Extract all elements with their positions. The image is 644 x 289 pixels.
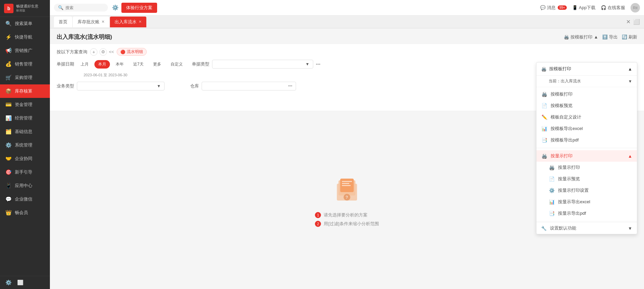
dropdown-item-template-custom[interactable]: ✏️ 模板自定义设计: [536, 111, 637, 123]
warehouse-select[interactable]: •••: [202, 82, 296, 90]
step-num-1: 1: [315, 212, 321, 218]
tab-batch[interactable]: 库存批次账 ✕: [73, 17, 109, 27]
business-type-select[interactable]: ▼: [77, 82, 165, 90]
sidebar-item-basic[interactable]: 🗂️基础信息: [0, 125, 50, 138]
topbar-search-box[interactable]: 🔍: [54, 4, 108, 11]
dropdown-footer[interactable]: 🔧 设置默认功能 ▼: [536, 222, 637, 234]
date-btn-this-month[interactable]: 本月: [94, 60, 110, 69]
app-download-item[interactable]: 📱 App下载: [572, 5, 595, 11]
sidebar-item-member[interactable]: 👑畅会员: [0, 206, 50, 219]
sidebar-item-purchase[interactable]: 🛒采购管理: [0, 71, 50, 84]
date-btn-7days[interactable]: 近7天: [129, 60, 147, 69]
page-title: 出入库流水(流水明细): [57, 33, 112, 41]
search-icon: 🔍: [5, 21, 11, 27]
search-input[interactable]: [65, 5, 103, 10]
tab-maximize-icon[interactable]: ⬜: [633, 19, 640, 25]
refresh-icon: 🔄: [622, 34, 627, 40]
sidebar-item-label: 快捷导航: [15, 34, 32, 40]
shortcut-icon: ⚡: [5, 34, 11, 40]
step-1-text: 请先选择要分析的方案: [324, 212, 368, 218]
app-download-label: App下载: [579, 5, 595, 11]
pdf-icon-1: 📑: [541, 137, 547, 143]
tab-flow[interactable]: 出入库流水 ✕: [110, 17, 146, 27]
dropdown-divider-1: [536, 148, 637, 148]
date-btn-custom[interactable]: 自定义: [167, 60, 186, 69]
trial-btn[interactable]: 体验行业方案: [121, 3, 157, 13]
date-btn-this-year[interactable]: 本年: [112, 60, 127, 69]
search-icon: 🔍: [58, 5, 63, 10]
tab-home[interactable]: 首页: [54, 17, 72, 27]
logo-text-block: 畅捷通好生意 标准版: [16, 4, 38, 13]
sidebar-bottom: ⚙️ ⬜: [0, 276, 50, 289]
operation-icon: 📊: [5, 115, 11, 121]
step-num-2: 2: [315, 221, 321, 227]
dropdown-item-display-print-settings-label: 按显示打印设置: [558, 187, 589, 193]
step-2-text: 用[过滤]条件来缩小分析范围: [324, 221, 379, 227]
dropdown-item-display-preview[interactable]: 📄 按显示预览: [536, 173, 637, 185]
date-btn-last-month[interactable]: 上月: [77, 60, 92, 69]
date-field-label: 单据日期: [57, 61, 74, 67]
tab-flow-close[interactable]: ✕: [139, 20, 142, 24]
sidebar-item-appcenter[interactable]: 📱应用中心: [0, 179, 50, 192]
sidebar-item-search[interactable]: 🔍搜索菜单: [0, 17, 50, 30]
dropdown-item-display-excel[interactable]: 📊 按显示导出excel: [536, 196, 637, 208]
refresh-btn[interactable]: 🔄 刷新: [622, 34, 637, 40]
date-btn-more[interactable]: 更多: [149, 60, 165, 69]
sidebar-item-marketing[interactable]: 📢营销推广: [0, 44, 50, 57]
voucher-type-more-icon[interactable]: •••: [316, 62, 321, 67]
dropdown-chevron-icon[interactable]: ▲: [628, 67, 632, 72]
refresh-label: 刷新: [628, 34, 637, 40]
sidebar-item-sales[interactable]: 💰销售管理: [0, 57, 50, 71]
sidebar-item-finance[interactable]: 💳资金管理: [0, 98, 50, 111]
pdf-sub-icon: 📑: [549, 211, 555, 216]
dropdown-item-template-preview[interactable]: 📄 按模板预览: [536, 100, 637, 111]
filter-add-btn[interactable]: +: [90, 48, 97, 56]
expand-icon[interactable]: ⬜: [17, 280, 24, 286]
sidebar-item-operation[interactable]: 📊经营管理: [0, 111, 50, 125]
filter-actions: + ⚙ <<: [90, 48, 114, 56]
sidebar-item-wechat[interactable]: 💬企业微信: [0, 192, 50, 206]
dropdown-item-display-print-settings[interactable]: ⚙️ 按显示打印设置: [536, 185, 637, 196]
print-template-btn[interactable]: 🖨️ 按模板打印 ▲: [564, 34, 598, 40]
printer-highlight-icon: 🖨️: [541, 153, 547, 159]
dropdown-item-display-preview-label: 按显示预览: [558, 176, 580, 182]
topbar-gear-icon[interactable]: ⚙️: [112, 4, 119, 11]
customer-service-label: 在线客服: [608, 5, 625, 11]
filter-settings-btn[interactable]: ⚙: [99, 48, 107, 56]
message-item[interactable]: 💬 消息 99+: [540, 5, 567, 11]
inventory-icon: 📦: [5, 88, 11, 94]
sidebar-item-newguide[interactable]: 🎯新手引导: [0, 165, 50, 179]
dropdown-item-template-pdf[interactable]: 📑 按模板导出pdf: [536, 134, 637, 146]
sidebar-item-shortcut[interactable]: ⚡快捷导航: [0, 30, 50, 44]
empty-steps: 1 请先选择要分析的方案 2 用[过滤]条件来缩小分析范围: [315, 212, 379, 227]
date-filters: 上月 本月 本年 近7天 更多 自定义: [77, 60, 186, 69]
export-btn[interactable]: ⬆️ 导出: [602, 34, 618, 40]
user-name: Rit: [633, 6, 637, 10]
settings-icon[interactable]: ⚙️: [5, 280, 12, 286]
svg-rect-4: [342, 183, 349, 184]
sidebar: b 畅捷通好生意 标准版 🔍搜索菜单⚡快捷导航📢营销推广💰销售管理🛒采购管理📦库…: [0, 0, 50, 289]
sidebar-item-collab[interactable]: 🤝企业协同: [0, 152, 50, 165]
voucher-type-select[interactable]: ▼: [212, 60, 313, 69]
dropdown-item-display-print[interactable]: 🖨️ 按显示打印: [536, 162, 637, 173]
user-avatar-item[interactable]: Rit: [631, 3, 640, 12]
message-badge: 99+: [558, 5, 567, 10]
sidebar-item-system[interactable]: ⚙️系统管理: [0, 138, 50, 152]
dropdown-item-display-pdf[interactable]: 📑 按显示导出pdf: [536, 208, 637, 219]
sidebar-item-inventory[interactable]: 📦库存核算: [0, 84, 50, 98]
filter-collapse-btn[interactable]: <<: [109, 49, 114, 54]
tab-batch-close[interactable]: ✕: [101, 20, 105, 24]
dropdown-item-template-print-label: 按模板打印: [551, 91, 573, 97]
preview-sub-icon: 📄: [549, 176, 555, 182]
dropdown-item-display-print-group[interactable]: 🖨️ 按显示打印 ▲: [536, 150, 637, 162]
filter-label: 按以下方案查询: [57, 49, 87, 55]
dropdown-item-template-print[interactable]: 🖨️ 按模板打印: [536, 88, 637, 100]
business-type-label: 业务类型: [57, 83, 74, 89]
dropdown-item-template-excel[interactable]: 📊 按模板导出excel: [536, 123, 637, 134]
tab-minimize-icon[interactable]: ✕: [626, 19, 631, 25]
customer-service-item[interactable]: 🎧 在线客服: [601, 5, 625, 11]
excel-sub-icon: 📊: [549, 199, 555, 205]
system-icon: ⚙️: [5, 142, 11, 148]
sidebar-item-label: 企业微信: [15, 196, 32, 202]
dropdown-item-display-pdf-label: 按显示导出pdf: [558, 210, 586, 216]
